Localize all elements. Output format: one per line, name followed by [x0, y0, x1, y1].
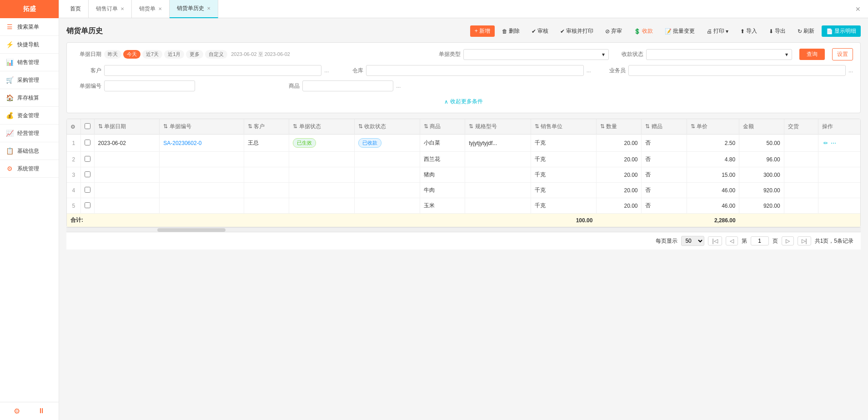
main-content: 首页 销售订单 ✕ 销货单 ✕ 销货单历史 ✕ ✕ 销货单历史 + 新增 🗑 删… [59, 0, 868, 420]
unit-col-header[interactable]: ⇅ 销售单位 [531, 119, 597, 135]
horizontal-scrollbar[interactable] [66, 227, 861, 232]
staff-input[interactable] [628, 65, 846, 76]
export-button[interactable]: ⬇ 导出 [764, 25, 790, 37]
sort-icon: ⇅ [645, 123, 650, 130]
checkbox-col-header[interactable] [80, 119, 94, 135]
audit-print-button[interactable]: ✔ 审核并打印 [556, 25, 598, 37]
new-button[interactable]: + 新增 [470, 25, 495, 37]
row-checkbox[interactable] [85, 171, 90, 177]
print-dropdown-icon: ▾ [726, 28, 728, 35]
doc-date-col-header[interactable]: ⇅ 单据日期 [94, 119, 160, 135]
doc-status-col-header[interactable]: ⇅ 单据状态 [289, 119, 355, 135]
date-pill-1month[interactable]: 近1月 [164, 50, 184, 59]
sidebar-item-basic-info[interactable]: 📋 基础信息 [0, 142, 59, 160]
payment-status-col-header[interactable]: ⇅ 收款状态 [354, 119, 420, 135]
sort-icon: ⇅ [535, 123, 539, 130]
qty-col-header[interactable]: ⇅ 数量 [596, 119, 642, 135]
more-action-btn[interactable]: ⋯ [831, 140, 836, 146]
close-sales-delivery-tab[interactable]: ✕ [158, 6, 162, 11]
discard-button[interactable]: ⊘ 弃审 [601, 25, 627, 37]
payment-status-select[interactable]: ▾ [646, 49, 792, 60]
quick-nav-icon: ⚡ [5, 40, 14, 49]
sort-icon: ⇅ [600, 123, 605, 130]
tab-home[interactable]: 首页 [63, 0, 89, 18]
page-number-input[interactable] [751, 236, 769, 245]
row-unit: 千克 [531, 183, 597, 198]
sidebar-item-finance[interactable]: 💰 资金管理 [0, 107, 59, 125]
prev-page-btn[interactable]: ◁ [726, 236, 738, 245]
customer-col-header[interactable]: ⇅ 客户 [244, 119, 289, 135]
row-price: 46.00 [687, 198, 739, 214]
sidebar-item-quick-nav[interactable]: ⚡ 快捷导航 [0, 36, 59, 54]
sidebar-item-search-menu[interactable]: ☰ 搜索菜单 [0, 18, 59, 36]
row-customer: 王总 [244, 135, 289, 152]
footer-collapse-btn[interactable]: ⏸ [38, 407, 45, 415]
price-col-header[interactable]: ⇅ 单价 [687, 119, 739, 135]
scrollbar-thumb[interactable] [157, 228, 226, 232]
customer-input[interactable] [104, 65, 321, 76]
goods-input[interactable] [302, 80, 393, 91]
last-page-btn[interactable]: ▷| [798, 236, 811, 245]
first-page-btn[interactable]: |◁ [708, 236, 722, 245]
gear-col-header[interactable]: ⚙ [67, 119, 80, 135]
next-page-btn[interactable]: ▷ [782, 236, 794, 245]
pagination: 每页显示 50 100 200 |◁ ◁ 第 页 ▷ ▷| 共1页，5条记录 [66, 232, 861, 250]
finance-icon: 💰 [5, 111, 14, 120]
row-checkbox[interactable] [85, 156, 90, 162]
footer-settings-btn[interactable]: ⚙ [14, 407, 20, 415]
sort-icon: ⇅ [469, 123, 473, 130]
spec-col-header[interactable]: ⇅ 规格型号 [465, 119, 531, 135]
row-num: 5 [67, 198, 80, 214]
per-page-select[interactable]: 50 100 200 [681, 236, 704, 246]
close-sales-order-tab[interactable]: ✕ [120, 6, 124, 11]
date-pill-custom[interactable]: 自定义 [205, 50, 227, 59]
audit-button[interactable]: ✔ 审核 [527, 25, 553, 37]
print-button[interactable]: 🖨 打印 ▾ [702, 25, 733, 37]
doc-no-col-header[interactable]: ⇅ 单据编号 [160, 119, 244, 135]
close-sales-history-tab[interactable]: ✕ [207, 6, 211, 11]
row-doc-date [94, 198, 160, 214]
sidebar-item-inventory[interactable]: 🏠 库存核算 [0, 89, 59, 107]
collect-button[interactable]: 💲 收款 [629, 25, 657, 37]
import-button[interactable]: ⬆ 导入 [736, 25, 762, 37]
refresh-button[interactable]: ↻ 刷新 [793, 25, 819, 37]
warehouse-dots[interactable]: ... [587, 67, 591, 74]
payment-status-dropdown-icon: ▾ [785, 51, 788, 58]
show-detail-button[interactable]: 📄 显示明细 [822, 25, 861, 37]
edit-action-btn[interactable]: ✏ [823, 140, 828, 146]
tab-sales-history[interactable]: 销货单历史 ✕ [170, 0, 218, 18]
warehouse-input[interactable] [366, 65, 583, 76]
row-price: 4.80 [687, 152, 739, 167]
collapse-filter-btn[interactable]: ∧ 收起更多条件 [442, 96, 485, 107]
goods-dots[interactable]: ... [396, 83, 401, 89]
date-pill-yesterday[interactable]: 昨天 [104, 50, 121, 59]
goods-col-header[interactable]: ⇅ 商品 [420, 119, 465, 135]
sidebar-item-sales-mgmt[interactable]: 📊 销售管理 [0, 54, 59, 71]
doc-no-input[interactable] [104, 80, 195, 91]
delete-button[interactable]: 🗑 删除 [497, 25, 524, 37]
date-pill-today[interactable]: 今天 [123, 50, 140, 59]
row-num: 3 [67, 167, 80, 183]
date-pill-7days[interactable]: 近7天 [142, 50, 162, 59]
gift-col-header[interactable]: ⇅ 赠品 [642, 119, 687, 135]
customer-dots[interactable]: ... [324, 67, 329, 74]
type-select[interactable]: ▾ [463, 49, 609, 60]
doc-no-link[interactable]: SA-20230602-0 [163, 140, 201, 146]
sidebar-item-operations[interactable]: 📈 经营管理 [0, 125, 59, 142]
date-pill-more[interactable]: 更多 [186, 50, 203, 59]
row-checkbox[interactable] [85, 187, 90, 193]
tab-sales-delivery[interactable]: 销货单 ✕ [132, 0, 170, 18]
row-checkbox[interactable] [85, 140, 90, 145]
sidebar-item-purchase-mgmt[interactable]: 🛒 采购管理 [0, 71, 59, 89]
staff-dots[interactable]: ... [848, 67, 853, 74]
settings-button[interactable]: 设置 [832, 48, 853, 60]
sidebar-item-sys-mgmt[interactable]: ⚙ 系统管理 [0, 160, 59, 178]
tab-sales-order[interactable]: 销售订单 ✕ [89, 0, 132, 18]
filter-doc-no: 单据编号 [74, 80, 265, 91]
batch-change-button[interactable]: 📝 批量变更 [660, 25, 699, 37]
query-button[interactable]: 查询 [799, 49, 825, 60]
window-close-btn[interactable]: ✕ [852, 5, 864, 13]
row-checkbox[interactable] [85, 202, 90, 208]
select-all-checkbox[interactable] [85, 123, 90, 129]
tab-bar: 首页 销售订单 ✕ 销货单 ✕ 销货单历史 ✕ ✕ [59, 0, 868, 18]
